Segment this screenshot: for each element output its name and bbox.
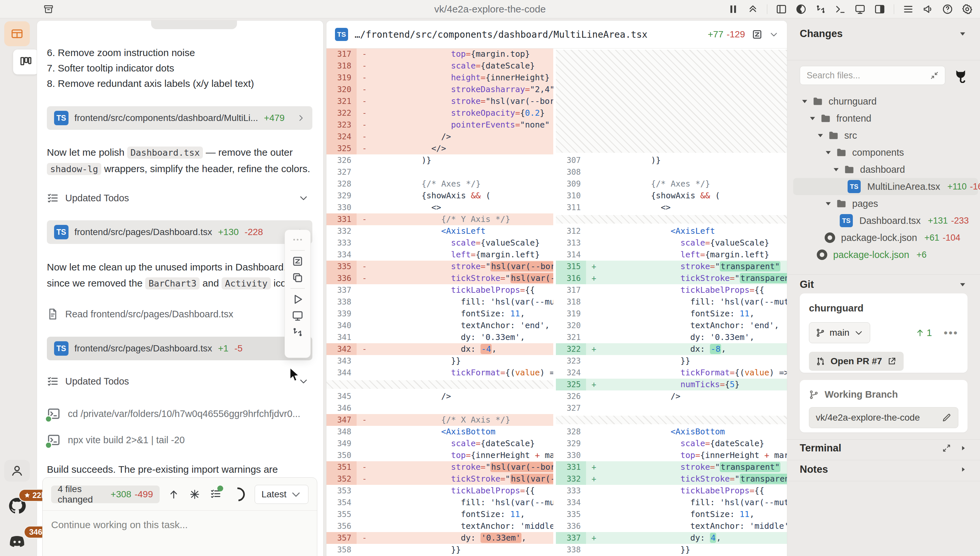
terminal-command-row[interactable]: cd /private/var/folders/10/h7w0q46556ggr…: [47, 406, 312, 422]
chevron-down-icon[interactable]: [769, 30, 778, 39]
view-diff-icon[interactable]: [292, 255, 304, 267]
panel-left-icon[interactable]: [776, 3, 787, 15]
diff-code-row: 338fill: 'hsl(var(--muted-foreground))': [326, 296, 553, 308]
file-search-input[interactable]: [806, 70, 930, 81]
tree-folder-row[interactable]: churnguard: [793, 93, 978, 110]
git-section-header[interactable]: Git: [786, 276, 980, 293]
tree-folder-row[interactable]: pages: [793, 195, 978, 212]
branch-selector[interactable]: main: [809, 322, 870, 343]
chevrons-up-icon[interactable]: [747, 3, 759, 15]
version-selector[interactable]: Latest: [255, 485, 308, 504]
help-icon[interactable]: [942, 3, 953, 15]
read-file-tool-row[interactable]: Read frontend/src/pages/Dashboard.tsx: [47, 307, 312, 322]
arrow-up-icon: [915, 328, 925, 337]
rail-layout-view-button[interactable]: [4, 21, 30, 46]
repo-name: churnguard: [809, 302, 958, 314]
diff-code-row: 332<AxisLeft: [326, 225, 553, 237]
todos-status-button[interactable]: [210, 488, 221, 501]
change-counts: +6: [916, 250, 927, 260]
message-input[interactable]: Continue working on this task...: [51, 519, 308, 530]
collapse-tree-icon[interactable]: [930, 71, 939, 80]
notes-section-header[interactable]: Notes: [786, 461, 980, 478]
file-change-chip[interactable]: TS frontend/src/pages/Dashboard.tsx +130…: [47, 220, 312, 244]
diff-code-row: 329scale={dateScale}: [556, 438, 787, 449]
diff-code-row: 323-pointerEvents="none": [326, 119, 553, 131]
changes-section-header[interactable]: Changes: [786, 24, 980, 43]
scroll-up-icon[interactable]: [168, 489, 179, 500]
folder-icon: [836, 198, 847, 209]
sparkle-icon[interactable]: [189, 489, 200, 500]
pause-icon[interactable]: [728, 3, 739, 15]
diff-marker: -: [357, 60, 372, 72]
menu-icon[interactable]: [903, 3, 914, 15]
diff-code-row: 311<>: [556, 202, 787, 213]
tree-folder-row[interactable]: frontend: [793, 110, 978, 127]
assistant-list-item: 7. Softer tooltip indicator dots: [47, 60, 312, 76]
more-options-icon[interactable]: [292, 234, 304, 246]
settings-gear-icon[interactable]: [962, 3, 973, 15]
terminal-section-header[interactable]: Terminal: [786, 439, 980, 457]
files-changed-chip[interactable]: 4 files changed +308 -499: [51, 485, 160, 503]
monitor-icon[interactable]: [854, 3, 865, 15]
tree-file-row[interactable]: package-lock.json+6: [793, 246, 978, 263]
panel-right-icon[interactable]: [874, 3, 885, 15]
working-branch-input[interactable]: vk/4e2a-explore-the-code: [809, 407, 958, 428]
open-pr-button[interactable]: Open PR #7: [809, 352, 904, 371]
git-compare-icon[interactable]: [292, 326, 304, 338]
diff-code-row: 330top={innerHeight + margin.top}: [556, 449, 787, 461]
typescript-badge: TS: [54, 111, 68, 125]
tree-file-row[interactable]: package-lock.json+61-104: [793, 229, 978, 246]
tree-folder-row[interactable]: dashboard: [793, 161, 978, 178]
rail-board-view-button[interactable]: [13, 50, 39, 74]
updated-todos-collapsible[interactable]: Updated Todos: [47, 373, 312, 389]
code-line: fontSize: 11,: [602, 308, 787, 320]
rail-account-button[interactable]: [4, 460, 30, 482]
diff-view-toggle-icon[interactable]: [752, 29, 763, 40]
run-icon[interactable]: [292, 293, 304, 305]
git-more-menu[interactable]: •••: [944, 326, 958, 339]
inline-code: Dashboard.tsx: [127, 147, 203, 159]
diff-marker: [357, 449, 372, 461]
diff-code-row: 309{/* Axes */}: [556, 178, 787, 190]
diff-marker: [586, 284, 602, 296]
line-number: 321: [556, 331, 586, 343]
expand-icon[interactable]: [942, 444, 951, 453]
tree-file-row[interactable]: TSDashboard.tsx+131-233: [793, 212, 978, 229]
file-search-box[interactable]: [800, 66, 945, 85]
tree-folder-row[interactable]: src: [793, 127, 978, 144]
diff-file-header[interactable]: TS …/frontend/src/components/dashboard/M…: [326, 21, 787, 48]
cat-icon[interactable]: [953, 68, 968, 83]
updated-todos-collapsible[interactable]: Updated Todos: [47, 190, 312, 206]
line-number: 319: [326, 72, 357, 84]
removed-count: -5: [234, 343, 242, 354]
discord-icon: [8, 532, 27, 551]
file-path: frontend/src/components/dashboard/MultiL…: [74, 113, 258, 123]
code-line: {/* Axes */}: [602, 178, 787, 190]
preview-monitor-icon[interactable]: [292, 310, 304, 322]
line-number: 334: [556, 497, 586, 509]
code-line: {showAxis && (: [602, 190, 787, 202]
diff-code-row: 334left={margin.left}: [326, 249, 553, 260]
folder-icon: [836, 147, 847, 158]
json-file-icon: [825, 233, 835, 243]
assistant-list-item: 8. Remove redundant axis labels (x/y lab…: [47, 76, 312, 91]
file-change-chip[interactable]: TS frontend/src/pages/Dashboard.tsx +1 -…: [47, 337, 312, 360]
code-line: {showAxis && (: [372, 190, 553, 202]
tree-folder-row[interactable]: components: [793, 144, 978, 161]
terminal-command-row[interactable]: npx vite build 2>&1 | tail -20: [47, 432, 312, 448]
code-line: tickLabelProps={{: [372, 284, 553, 296]
code-line: </>: [372, 142, 553, 154]
megaphone-icon[interactable]: [922, 3, 933, 15]
clipped-inline-code-chip: [151, 20, 237, 29]
terminal-icon[interactable]: [835, 3, 846, 15]
code-line: fill: 'hsl(var(--muted-foreground))': [372, 497, 553, 509]
file-change-chip[interactable]: TS frontend/src/components/dashboard/Mul…: [47, 106, 312, 130]
line-number: 322: [326, 107, 357, 119]
git-compare-icon[interactable]: [815, 3, 826, 15]
copy-icon[interactable]: [292, 272, 304, 284]
tree-file-row[interactable]: TSMultiLineArea.tsx+110-162: [793, 178, 978, 195]
theme-blob-icon[interactable]: [796, 3, 807, 15]
edit-pencil-icon[interactable]: [942, 413, 951, 423]
diff-code-row: 335-stroke="hsl(var(--border))": [326, 260, 553, 272]
diff-code-row: 326)}: [326, 154, 553, 166]
